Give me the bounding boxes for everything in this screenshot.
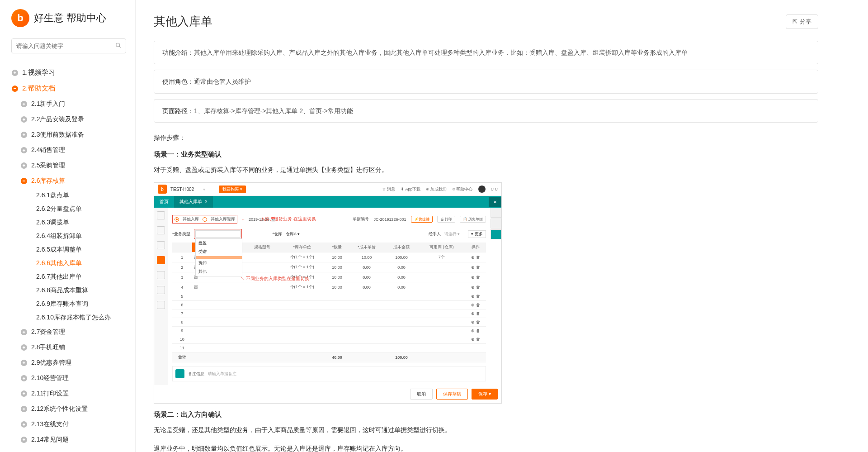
ss-person-val: 请选择 ▾ <box>444 231 460 237</box>
ss-link-app: ⬇ App下载 <box>401 186 420 192</box>
ss-tab-home: 首页 <box>154 196 174 208</box>
nav-2-14[interactable]: 2.14常见问题 <box>11 432 126 447</box>
search-box <box>11 38 126 53</box>
expand-icon <box>20 328 28 336</box>
table-row: 6⊕ 🗑 <box>172 301 486 309</box>
ss-tab-active: 其他入库单 <box>174 196 213 208</box>
collapse-icon <box>20 177 28 185</box>
ss-radio-out-icon <box>203 217 207 222</box>
ss-topbar: b TEST-H002 ▾ 我要购买 ▾ ☆ 消息 ⬇ App下载 ⊕ 加成我们… <box>154 183 501 196</box>
ss-leftbar <box>154 208 168 385</box>
search-input[interactable] <box>11 38 126 53</box>
ss-biz-dropdown: 盘盈 受赠 拆卸 其他 <box>194 229 242 239</box>
expand-icon <box>20 375 28 382</box>
nav-2-6-7[interactable]: 2.6.7其他出库单 <box>11 270 126 284</box>
scene1-title: 场景一：业务类型确认 <box>154 150 818 159</box>
nav-2-6-4[interactable]: 2.6.4组装拆卸单 <box>11 229 126 243</box>
ss-type-highlight: 其他入库 其他入库退库 <box>172 215 237 224</box>
nav-2-6-1[interactable]: 2.6.1盘点单 <box>11 189 126 202</box>
nav-2-6-2[interactable]: 2.6.2分量盘点单 <box>11 202 126 216</box>
nav-2-10[interactable]: 2.10经营管理 <box>11 371 126 386</box>
ss-tag-shortcut: ⚡快捷键 <box>411 216 433 223</box>
expand-icon <box>20 100 28 108</box>
nav-2-6-3[interactable]: 2.6.3调拨单 <box>11 216 126 229</box>
ss-doc-no: JC-20191226-001 <box>373 217 406 222</box>
scene2-desc1: 无论是受赠，还是其他类型的业务，由于入库商品质量等原因，需要退回，这时可通过单据… <box>154 424 818 436</box>
nav-2-7[interactable]: 2.7资金管理 <box>11 324 126 340</box>
ss-tag-history: 📋 历史单据 <box>460 216 486 223</box>
ss-tag-print: 🖨 打印 <box>437 216 455 223</box>
nav-2-11[interactable]: 2.11打印设置 <box>11 386 126 401</box>
nav-2-4[interactable]: 2.4销售管理 <box>11 143 126 158</box>
expand-icon <box>20 344 28 351</box>
ss-link-join: ⊕ 加成我们 <box>426 186 447 192</box>
ss-tab-close-icon: ✕ <box>489 197 501 207</box>
site-title: 好生意 帮助中心 <box>34 11 106 25</box>
nav-2-3[interactable]: 2.3使用前数据准备 <box>11 127 126 143</box>
ss-bottom-bar: 取消 保存草稿 保存 ▾ <box>154 385 501 403</box>
table-row: 8⊕ 🗑 <box>172 318 486 327</box>
ss-tabbar: 首页 其他入库单 ✕ <box>154 196 501 208</box>
nav-help-docs[interactable]: 2.帮助文档 <box>11 81 126 96</box>
ss-save-button: 保存 ▾ <box>472 389 498 400</box>
ss-cancel-button: 取消 <box>410 389 433 400</box>
ss-remark: 备注信息 请输入单据备注 <box>172 366 486 381</box>
ss-nav-icon-active <box>157 256 165 264</box>
share-icon: ⇱ <box>793 18 797 25</box>
ss-env: TEST-H002 <box>170 187 194 192</box>
info-role: 使用角色：通常由仓管人员维护 <box>154 70 818 93</box>
info-path: 页面路径：1、库存核算->库存管理->其他入库单 2、首页->常用功能 <box>154 99 818 123</box>
nav-2-6-8[interactable]: 2.6.8商品成本重算 <box>11 284 126 297</box>
embedded-screenshot: b TEST-H002 ▾ 我要购买 ▾ ☆ 消息 ⬇ App下载 ⊕ 加成我们… <box>154 182 502 404</box>
table-row: 11 <box>172 344 486 352</box>
nav-2-12[interactable]: 2.12系统个性化设置 <box>11 401 126 417</box>
ss-person-label: 经手人 <box>429 231 441 237</box>
sidebar: b 好生意 帮助中心 1.视频学习 2.帮助文档 2.1新手入门 2.2产品安装… <box>0 0 136 452</box>
nav-2-6-6[interactable]: 2.6.6其他入库单 <box>11 257 126 270</box>
ss-doc-no-label: 单据编号 <box>353 216 369 222</box>
search-icon[interactable] <box>115 42 122 50</box>
table-row: 7⊕ 🗑 <box>172 309 486 318</box>
nav-2-8[interactable]: 2.8手机旺铺 <box>11 340 126 355</box>
nav-2-6[interactable]: 2.6库存核算 <box>11 173 126 189</box>
nav-2-1[interactable]: 2.1新手入门 <box>11 96 126 112</box>
scene1-desc: 对于受赠、盘盈或是拆装入库等不同的业务，是通过单据头【业务类型】进行区分。 <box>154 164 818 176</box>
nav-2-13[interactable]: 2.13在线支付 <box>11 417 126 432</box>
nav-2-9[interactable]: 2.9优惠券管理 <box>11 355 126 371</box>
scene2-title: 场景二：出入方向确认 <box>154 410 818 419</box>
steps-label: 操作步骤： <box>154 134 818 142</box>
ss-link-msg: ☆ 消息 <box>382 186 396 192</box>
nav-2-2[interactable]: 2.2产品安装及登录 <box>11 112 126 127</box>
svg-line-1 <box>119 46 121 48</box>
expand-icon <box>20 131 28 138</box>
nav-2-6-9[interactable]: 2.6.9库存账本查询 <box>11 297 126 311</box>
ss-biz-input <box>195 230 241 238</box>
logo-icon: b <box>11 9 29 27</box>
nav-2-6-10[interactable]: 2.6.10库存账本错了怎么办 <box>11 311 126 324</box>
ss-username: C C <box>491 187 498 191</box>
ss-tool-icon <box>491 208 501 218</box>
ss-link-help: ⊙ 帮助中心 <box>452 186 473 192</box>
ss-avatar-icon <box>478 186 486 193</box>
ss-buy-button: 我要购买 ▾ <box>219 186 246 193</box>
expand-icon <box>20 405 28 413</box>
ss-remark-icon <box>175 369 184 378</box>
ss-annotation-1: 入库、退货业务 在这里切换 <box>260 216 316 222</box>
share-button[interactable]: ⇱ 分享 <box>786 14 818 29</box>
ss-nav-icon <box>157 301 165 309</box>
ss-annotation-2: ↖ 不同业务的入库类型在这里切换 <box>240 276 309 282</box>
ss-rightbar <box>491 208 501 385</box>
expand-icon <box>20 359 28 366</box>
nav-2-6-5[interactable]: 2.6.5成本调整单 <box>11 243 126 257</box>
info-intro: 功能介绍：其他入库单用来处理除采购入库、产成品入库之外的其他入库业务，因此其他入… <box>154 41 818 64</box>
ss-draft-button: 保存草稿 <box>436 389 468 400</box>
expand-icon <box>20 390 28 397</box>
nav-2-5[interactable]: 2.5采购管理 <box>11 158 126 173</box>
expand-icon <box>20 162 28 169</box>
table-total-row: 合计40.00100.00 <box>172 352 486 362</box>
collapse-icon <box>11 85 19 92</box>
expand-icon <box>20 436 28 443</box>
nav-video-learning[interactable]: 1.视频学习 <box>11 65 126 81</box>
ss-more: ▾ 更多 <box>468 230 486 238</box>
expand-icon <box>20 421 28 428</box>
